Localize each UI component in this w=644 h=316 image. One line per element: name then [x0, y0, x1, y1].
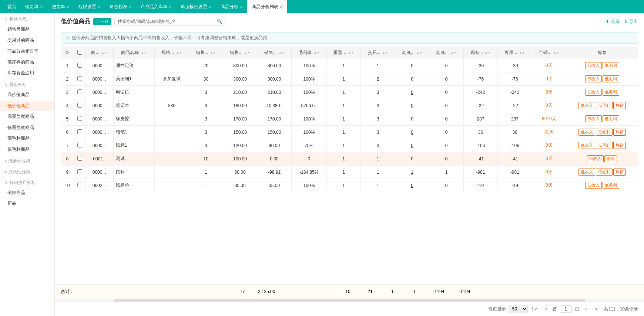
- nav-close-roles[interactable]: ✕: [129, 5, 132, 9]
- first-page-btn[interactable]: |＜: [531, 305, 539, 313]
- sidebar-item-high-inventory[interactable]: 高库存的商品: [0, 57, 54, 68]
- page-size-select[interactable]: 50 100 200: [509, 305, 528, 313]
- nav-purchase[interactable]: 进货单 ✕: [47, 0, 74, 13]
- row-checkbox-cell[interactable]: [74, 126, 85, 139]
- page-number-input[interactable]: [560, 305, 572, 313]
- row-stock1: -19: [463, 179, 497, 192]
- row-checkbox-cell[interactable]: [74, 179, 85, 192]
- col-stock2-header[interactable]: 可用... ▲▼: [498, 47, 532, 59]
- time-badge[interactable]: 近一月: [93, 18, 111, 25]
- row-checkbox[interactable]: [77, 103, 82, 108]
- sidebar-group-marketing: ∨ 营销推广分析: [0, 177, 54, 187]
- nav-permissions[interactable]: 权限设置 ✕: [74, 0, 105, 13]
- table-container[interactable]: ⚙ 商... ▲▼ 商品名称 ▲▼ 规格... ▲▼ 销售... ▲▼ 销售..…: [55, 47, 644, 284]
- row-checkbox-cell[interactable]: [74, 112, 85, 126]
- settings-col-header[interactable]: ⚙: [61, 47, 74, 59]
- tag: 低收入: [578, 129, 595, 136]
- last-page-btn[interactable]: ＞|: [593, 305, 601, 313]
- row-checkbox-cell[interactable]: [74, 139, 85, 152]
- row-checkbox[interactable]: [77, 116, 82, 121]
- col-name-header[interactable]: 商品名称 ▲▼: [113, 47, 154, 59]
- checkbox-col-header[interactable]: [74, 47, 85, 59]
- row-view1[interactable]: 0: [395, 72, 429, 86]
- col-margin-header[interactable]: 毛利率 ▲▼: [291, 47, 326, 59]
- row-checkbox[interactable]: [77, 89, 82, 94]
- nav-goods-analysis[interactable]: 商品分析 ✕: [216, 0, 247, 13]
- row-checkbox[interactable]: [77, 143, 82, 147]
- nav-close-sales[interactable]: ✕: [40, 5, 43, 9]
- nav-product-entry[interactable]: 产成品入库单 ✕: [136, 0, 176, 13]
- row-checkbox[interactable]: [77, 169, 82, 174]
- row-view1[interactable]: 0: [395, 86, 429, 99]
- sidebar-item-high-coverage[interactable]: 高覆盖度商品: [0, 111, 54, 122]
- sidebar-group-contribution: ∨ 贡献分析: [0, 79, 54, 89]
- search-icon[interactable]: 🔍: [217, 19, 222, 24]
- row-checkbox-cell[interactable]: [74, 86, 85, 99]
- col-trade-header[interactable]: 交易... ▲▼: [361, 47, 395, 59]
- sidebar-item-category-sales[interactable]: 商品分类销售率: [0, 46, 54, 57]
- col-sales3-header[interactable]: 销售... ▲▼: [257, 47, 291, 59]
- row-checkbox-cell[interactable]: [74, 72, 85, 86]
- sidebar-group-liquidity[interactable]: > 流通性分析: [0, 155, 54, 166]
- nav-close-permissions[interactable]: ✕: [98, 5, 101, 9]
- sidebar-item-high-margin[interactable]: 高毛利商品: [0, 133, 54, 144]
- row-checkbox[interactable]: [77, 183, 82, 187]
- col-view2-header[interactable]: 浏览... ▲▼: [429, 47, 463, 59]
- row-view1[interactable]: 0: [395, 152, 429, 166]
- sidebar-group-growth[interactable]: > 成长性分析: [0, 166, 54, 177]
- row-checkbox[interactable]: [77, 156, 82, 161]
- sidebar-item-low-value[interactable]: 低价值商品: [0, 101, 54, 112]
- row-view1[interactable]: 0: [395, 126, 429, 139]
- nav-close-product-entry[interactable]: ✕: [169, 5, 172, 9]
- table-header-row: ⚙ 商... ▲▼ 商品名称 ▲▼ 规格... ▲▼ 销售... ▲▼ 销售..…: [61, 47, 638, 59]
- nav-close-goods-analysis[interactable]: ✕: [240, 5, 243, 9]
- row-checkbox-cell[interactable]: [74, 152, 85, 166]
- nav-close-goods-list[interactable]: ✕: [280, 5, 283, 9]
- row-checkbox-cell[interactable]: [74, 59, 85, 72]
- col-stock1-header[interactable]: 现有... ▲▼: [463, 47, 497, 59]
- sidebar-item-traded-goods[interactable]: 交易过的商品: [0, 35, 54, 46]
- nav-close-template[interactable]: ✕: [209, 5, 212, 9]
- sidebar-item-all-goods[interactable]: 全部商品: [0, 187, 54, 198]
- search-input[interactable]: [114, 17, 225, 26]
- sidebar-item-sales-goods[interactable]: 销售类商品: [0, 24, 54, 35]
- prev-page-btn[interactable]: ＜: [542, 305, 550, 313]
- sidebar-item-low-coverage[interactable]: 低覆盖度商品: [0, 122, 54, 133]
- sidebar-item-new-goods[interactable]: 新品: [0, 198, 54, 209]
- row-view1[interactable]: 0: [395, 99, 429, 112]
- nav-template[interactable]: 单据模板设置 ✕: [176, 0, 216, 13]
- nav-close-purchase[interactable]: ✕: [67, 5, 70, 9]
- nav-roles[interactable]: 角色授权 ✕: [105, 0, 136, 13]
- col-spec-header[interactable]: 规格... ▲▼: [155, 47, 189, 59]
- row-view1[interactable]: 0: [395, 112, 429, 126]
- row-no: 2: [61, 72, 74, 86]
- row-checkbox[interactable]: [77, 76, 82, 81]
- sidebar-item-high-value[interactable]: 高价值商品: [0, 89, 54, 101]
- row-checkbox-cell[interactable]: [74, 166, 85, 179]
- select-all-checkbox[interactable]: [77, 50, 82, 55]
- row-view1[interactable]: 0: [395, 139, 429, 152]
- row-checkbox[interactable]: [77, 63, 82, 68]
- sidebar-item-inventory-capital[interactable]: 库存资金占用: [0, 68, 54, 79]
- nav-home[interactable]: 首页: [3, 0, 21, 13]
- col-sales2-header[interactable]: 销售... ▲▼: [223, 47, 257, 59]
- col-stock3-header[interactable]: 可销... ▲▼: [532, 47, 566, 59]
- col-coverage-header[interactable]: 覆盖... ▲▼: [326, 47, 360, 59]
- nav-sales[interactable]: 销货单 ✕: [21, 0, 47, 13]
- export-button[interactable]: ⬇ 导出: [624, 18, 638, 25]
- col-sales1-header[interactable]: 销售... ▲▼: [189, 47, 223, 59]
- row-view1[interactable]: 1: [395, 166, 429, 179]
- tag: 低毛利: [603, 182, 619, 189]
- table-row: 4 0000... 笔记本 535 3 180.00 -10,380... -5…: [61, 99, 638, 112]
- nav-goods-list[interactable]: 商品分析列表 ✕: [247, 0, 287, 13]
- row-checkbox[interactable]: [77, 129, 82, 134]
- row-view1[interactable]: 0: [395, 59, 429, 72]
- row-view1[interactable]: 0: [395, 179, 429, 192]
- next-page-btn[interactable]: ＞: [582, 305, 590, 313]
- page-size-label: 每页显示: [488, 306, 506, 312]
- col-code-header[interactable]: 商... ▲▼: [85, 47, 113, 59]
- sidebar-item-low-margin[interactable]: 低毛利商品: [0, 144, 54, 155]
- share-button[interactable]: ⬆ 分享: [606, 18, 620, 25]
- col-view1-header[interactable]: 浏览... ▲▼: [395, 47, 429, 59]
- row-checkbox-cell[interactable]: [74, 99, 85, 112]
